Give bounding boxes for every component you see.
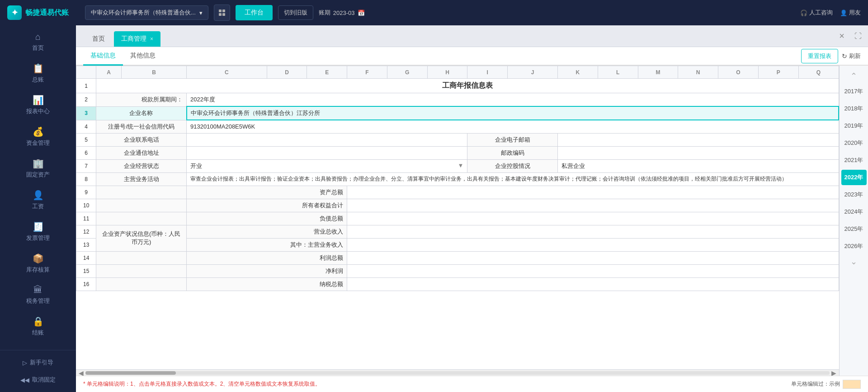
calendar-icon[interactable]: 📅	[358, 10, 365, 16]
row3-value[interactable]: 中审众环会计师事务所（特殊普通合伙）江苏分所	[187, 106, 839, 120]
user-button[interactable]: 👤 用友	[840, 9, 861, 17]
row-num-1: 1	[76, 79, 96, 93]
row-num-3: 3	[76, 106, 96, 120]
col-E: E	[307, 66, 347, 79]
company-name: 中审众环会计师事务所（特殊普通合伙...	[91, 9, 196, 17]
row6-address[interactable]	[187, 146, 467, 159]
row9-value[interactable]	[347, 186, 839, 199]
row12-value[interactable]	[347, 225, 839, 238]
sidebar-item-finance[interactable]: 💰 资金管理	[0, 120, 76, 152]
row7-holding[interactable]: 私营企业	[558, 159, 839, 172]
workbench-button[interactable]: 工作台	[236, 5, 273, 20]
col-O: O	[718, 66, 759, 79]
old-version-button[interactable]: 切到旧版	[278, 5, 313, 20]
service-button[interactable]: 🎧 人工咨询	[800, 9, 833, 17]
scroll-thumb[interactable]	[85, 371, 176, 375]
spreadsheet-area: A B C D E F G H I J	[76, 66, 839, 376]
row10-sublabel: 所有者权益合计	[187, 199, 347, 212]
sidebar-item-inventory[interactable]: 📦 库存核算	[0, 247, 76, 278]
year-scroll-down[interactable]: ⌄	[849, 255, 859, 268]
row8-value[interactable]: 审查企业会计报表；出具审计报告；验证企业资本；出具验资报告；办理企业合并、分立、…	[187, 172, 839, 186]
window-close-btn[interactable]: ×	[835, 30, 848, 43]
tab-home[interactable]: 首页	[83, 31, 114, 47]
year-scroll-up[interactable]: ⌃	[849, 69, 859, 83]
tab-other-info[interactable]: 其他信息	[123, 47, 163, 66]
row6-zip[interactable]	[558, 146, 839, 159]
sidebar-item-asset[interactable]: 🏢 固定资产	[0, 152, 76, 183]
year-2021[interactable]: 2021年	[841, 153, 867, 168]
year-2017[interactable]: 2017年	[841, 84, 867, 99]
svg-rect-0	[219, 10, 222, 12]
sidebar-item-invoice[interactable]: 🧾 发票管理	[0, 215, 76, 247]
table-row: 8 主营业务活动 审查企业会计报表；出具审计报告；验证企业资本；出具验资报告；办…	[76, 172, 839, 186]
row5-phone[interactable]	[187, 133, 467, 146]
horizontal-scrollbar[interactable]: ◀ ▶	[76, 369, 839, 376]
col-Q: Q	[798, 66, 839, 79]
refresh-button[interactable]: ↻ 刷新	[842, 52, 861, 60]
row7-holding-label: 企业控股情况	[467, 159, 558, 172]
row16-value[interactable]	[347, 277, 839, 291]
unpin-icon: ◀◀	[20, 377, 29, 383]
col-I: I	[467, 66, 508, 79]
table-title[interactable]: 工商年报信息表	[96, 79, 839, 93]
table-wrapper[interactable]: A B C D E F G H I J	[76, 66, 839, 369]
year-2026[interactable]: 2026年	[841, 239, 867, 254]
table-row: 10 所有者权益合计	[76, 199, 839, 212]
table-row: 6 企业通信地址 邮政编码	[76, 146, 839, 159]
tab-close-btn[interactable]: ×	[150, 36, 153, 42]
year-2023[interactable]: 2023年	[841, 187, 867, 202]
sidebar-item-ledger[interactable]: 📋 总账	[0, 57, 76, 88]
year-2018[interactable]: 2018年	[841, 101, 867, 116]
row4-value[interactable]: 91320100MA208E5W6K	[187, 120, 839, 133]
tab-active[interactable]: 工商管理 ×	[114, 31, 160, 47]
bottom-example: 单元格编辑过：示例	[791, 380, 861, 389]
year-2019[interactable]: 2019年	[841, 118, 867, 134]
example-color-box	[843, 380, 861, 389]
row10-value[interactable]	[347, 199, 839, 212]
app-logo: ✦ 畅捷通易代账	[7, 5, 80, 20]
sidebar-scroll: ⌂ 首页 📋 总账 📊 报表中心 💰 资金管理 🏢 固定资产 👤 工资	[0, 25, 76, 350]
sidebar-item-home[interactable]: ⌂ 首页	[0, 25, 76, 57]
year-2022[interactable]: 2022年	[841, 170, 867, 185]
year-2020[interactable]: 2020年	[841, 135, 867, 151]
user-icon: 👤	[840, 10, 847, 16]
reset-table-button[interactable]: 重置报表	[801, 49, 838, 63]
tab-basic-info[interactable]: 基础信息	[83, 47, 123, 66]
asset-icon: 🏢	[33, 158, 44, 169]
row5-email[interactable]	[558, 133, 839, 146]
window-expand-btn[interactable]: ⛶	[852, 30, 864, 43]
row7-status[interactable]: 开业 ▼	[187, 159, 467, 172]
sidebar-item-tax[interactable]: 🏛 税务管理	[0, 278, 76, 310]
year-2025[interactable]: 2025年	[841, 221, 867, 237]
sidebar-item-report[interactable]: 📊 报表中心	[0, 88, 76, 120]
scroll-right-arrow[interactable]: ▶	[830, 369, 838, 376]
row11-value[interactable]	[347, 212, 839, 225]
company-selector[interactable]: 中审众环会计师事务所（特殊普通合伙... ▾	[85, 5, 208, 20]
row14-value[interactable]	[347, 251, 839, 264]
sidebar-label-report: 报表中心	[26, 107, 50, 115]
row-num-14: 14	[76, 251, 96, 264]
year-2024[interactable]: 2024年	[841, 204, 867, 220]
sidebar-item-archive[interactable]: 🗂 归档管理	[0, 341, 76, 350]
svg-rect-3	[222, 13, 225, 16]
row15-value[interactable]	[347, 264, 839, 277]
row3-label: 企业名称	[96, 106, 187, 120]
col-D: D	[267, 66, 307, 79]
company-icon-btn[interactable]	[214, 5, 230, 21]
row11-label	[96, 212, 187, 225]
scroll-track[interactable]	[85, 371, 830, 375]
row13-value[interactable]	[347, 238, 839, 251]
sidebar-item-salary[interactable]: 👤 工资	[0, 183, 76, 215]
scroll-left-arrow[interactable]: ◀	[77, 369, 85, 376]
ledger-icon: 📋	[33, 63, 44, 74]
row2-value[interactable]: 2022年度	[187, 93, 839, 107]
row16-label	[96, 277, 187, 291]
sidebar-item-close[interactable]: 🔒 结账	[0, 310, 76, 341]
bottom-bar: * 单元格编辑说明：1、点击单元格直接录入数值或文本。2、清空单元格数值或文本恢…	[76, 376, 868, 392]
unpin-button[interactable]: ◀◀ 取消固定	[0, 373, 76, 387]
guide-button[interactable]: ▷ 新手引导	[0, 356, 76, 369]
sidebar-footer: ▷ 新手引导 ◀◀ 取消固定	[0, 350, 76, 392]
table-row: 5 企业联系电话 企业电子邮箱	[76, 133, 839, 146]
col-G: G	[387, 66, 427, 79]
svg-rect-2	[219, 13, 222, 16]
